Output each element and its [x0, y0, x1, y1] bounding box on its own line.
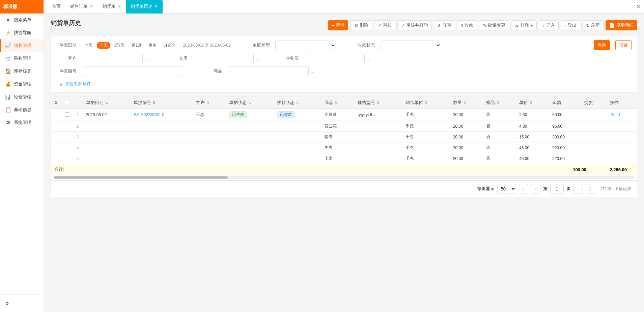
row-doc-no[interactable] [130, 132, 193, 142]
th-price[interactable]: 单价⇅ [516, 97, 549, 109]
warehouse-input[interactable] [193, 54, 254, 63]
doc-no-input[interactable] [82, 67, 183, 76]
tab-bar-close[interactable]: ✕ [636, 3, 641, 10]
add-button[interactable]: + 新增 [328, 20, 348, 30]
collect-button[interactable]: $ 收款 [457, 20, 477, 30]
row-doc-no[interactable] [130, 142, 193, 153]
doc-type-select[interactable] [275, 41, 336, 50]
row-checkbox[interactable] [61, 132, 73, 142]
row-checkbox[interactable] [61, 109, 73, 121]
tab-sales-goods-history[interactable]: 销货单历史 ✕ [126, 0, 163, 14]
warehouse-ellipsis[interactable]: ... [256, 56, 259, 61]
sidebar-item-purchase-mgmt[interactable]: 🛒 采购管理 [0, 52, 44, 65]
print-button[interactable]: 🖨 打印 ▾ [511, 20, 537, 30]
tab-sales-order-close[interactable]: ✕ [90, 4, 93, 9]
tab-home[interactable]: 首页 [47, 0, 65, 14]
row-doc-no[interactable] [130, 121, 193, 132]
sidebar-bottom-item1[interactable]: ⚙ [0, 297, 44, 309]
edit-icon[interactable]: ✎ [611, 112, 615, 118]
first-page-button[interactable]: ⟪ [519, 184, 528, 193]
sidebar-item-ops-mgmt[interactable]: 📊 经营管理 [0, 90, 44, 103]
export-button[interactable]: ↓ 导出 [561, 20, 581, 30]
sidebar-item-search-menu[interactable]: ≡ 搜索菜单 [0, 14, 44, 26]
th-doc-no[interactable]: 单据编号⇅ [130, 97, 193, 109]
date-btn-7days[interactable]: 近7天 [112, 42, 128, 49]
th-doc-status[interactable]: 单据状态⇅ [226, 97, 273, 109]
tab-sales-goods-close[interactable]: ✕ [118, 4, 121, 9]
th-goods[interactable]: 商品⇅ [321, 97, 354, 109]
filter-row-3: 单据编号 商品 ... [56, 67, 632, 76]
sort-spec-icon[interactable]: ⇅ [376, 101, 380, 105]
abandon-button[interactable]: ✗ 弃审 [434, 20, 455, 30]
delete-button[interactable]: 🗑 删除 [350, 20, 372, 30]
table-summary: 合计: 100.00 2,286.00 [51, 164, 637, 175]
sidebar-item-sys-mgmt[interactable]: ⚙ 系统管理 [0, 116, 44, 129]
date-btn-custom[interactable]: 自定义 [161, 42, 178, 49]
page-input[interactable] [550, 184, 564, 193]
th-spec[interactable]: 规格型号⇅ [354, 97, 402, 109]
date-btn-1month[interactable]: 近1月 [129, 42, 145, 49]
sort-customer-icon[interactable]: ⇅ [206, 101, 209, 105]
sidebar-item-quick-nav[interactable]: ⚡ 快捷导航 [0, 26, 44, 39]
row-checkbox[interactable] [61, 142, 73, 153]
settings-button[interactable]: 设置 [615, 40, 632, 50]
row-check-input[interactable] [65, 112, 69, 116]
row-doc-no[interactable]: SA-20230602-0 [130, 109, 193, 121]
sort-doc-no-icon[interactable]: ⇅ [152, 101, 156, 105]
th-doc-date[interactable]: 单据日期⇅ [83, 97, 130, 109]
sort-goods-icon[interactable]: ⇅ [335, 101, 338, 105]
sort-gift-icon[interactable]: ⇅ [496, 101, 499, 105]
row-checkbox[interactable] [61, 153, 73, 164]
approve-button[interactable]: ✓ 审核 [374, 20, 395, 30]
sort-unit-icon[interactable]: ⇅ [424, 101, 427, 105]
tab-sales-goods-history-close[interactable]: ✕ [155, 4, 158, 9]
refresh-button[interactable]: ↻ 刷新 [582, 20, 604, 30]
query-button[interactable]: 查询 [594, 40, 610, 50]
import-button[interactable]: ↑ 导入 [539, 20, 559, 30]
goods-ellipsis[interactable]: ... [311, 69, 314, 74]
th-gift[interactable]: 赠品⇅ [483, 97, 516, 109]
show-detail-button[interactable]: 📄 显示明细 [606, 20, 637, 30]
approve-print-button[interactable]: ✓ 审核并打印 [397, 20, 432, 30]
collect-status-select[interactable] [381, 41, 441, 50]
sort-collect-status-icon[interactable]: ⇅ [296, 101, 299, 105]
sidebar-item-basic-info[interactable]: 📋 基础信息 [0, 103, 44, 116]
tab-sales-order[interactable]: 销售订单 ✕ [65, 0, 98, 14]
select-all-checkbox[interactable] [65, 100, 69, 104]
date-btn-more[interactable]: 更多 [146, 42, 159, 49]
th-checkbox[interactable] [61, 97, 73, 109]
th-customer[interactable]: 客户⇅ [193, 97, 226, 109]
goods-input[interactable] [228, 67, 309, 76]
per-page-select[interactable]: 50 10 20 100 [497, 184, 516, 193]
salesperson-input[interactable] [304, 54, 365, 63]
refresh-label: 刷新 [591, 22, 600, 28]
sidebar-item-inventory-calc[interactable]: 🏠 库存核算 [0, 65, 44, 78]
next-page-button[interactable]: › [573, 184, 583, 193]
th-qty[interactable]: 数量⇅ [450, 97, 483, 109]
sort-price-icon[interactable]: ⇅ [529, 101, 532, 105]
collapse-more-btn[interactable]: ▲ 收起更多条件 [56, 79, 632, 88]
sort-doc-status-icon[interactable]: ⇅ [248, 101, 251, 105]
customer-input[interactable] [82, 54, 143, 63]
doc-no-link[interactable]: SA-20230602-0 [134, 112, 164, 117]
batch-change-button[interactable]: ✎ 批量变更 [479, 20, 509, 30]
row-checkbox[interactable] [61, 121, 73, 132]
tab-sales-goods[interactable]: 销货单 ✕ [98, 0, 126, 14]
th-unit[interactable]: 销售单位⇅ [402, 97, 450, 109]
salesperson-ellipsis[interactable]: ... [367, 56, 370, 61]
sidebar-item-sales-mgmt[interactable]: 📈 销售管理 [0, 39, 44, 52]
th-collect-status[interactable]: 收款状态⇅ [274, 97, 321, 109]
print-icon: 🖨 [515, 23, 519, 28]
sort-qty-icon[interactable]: ⇅ [463, 101, 466, 105]
th-settings[interactable]: ⚙ [51, 97, 61, 109]
row-doc-no[interactable] [130, 153, 193, 164]
sidebar-item-finance-mgmt[interactable]: 💰 资金管理 [0, 78, 44, 90]
more-icon[interactable]: ⠿ [617, 112, 620, 118]
last-page-button[interactable]: ⟫ [586, 184, 595, 193]
row-action [607, 132, 637, 142]
date-btn-today[interactable]: 今天 [97, 42, 110, 49]
prev-page-button[interactable]: ‹ [531, 184, 540, 193]
date-btn-yesterday[interactable]: 昨天 [82, 42, 95, 49]
sort-doc-date-icon[interactable]: ⇅ [105, 101, 108, 105]
customer-ellipsis[interactable]: ... [145, 56, 148, 61]
